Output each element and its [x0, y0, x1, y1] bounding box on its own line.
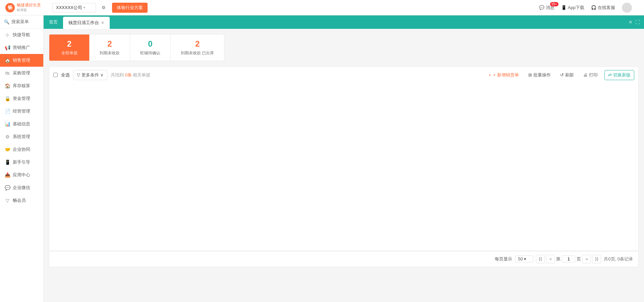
sidebar-item-label: 畅会员: [13, 197, 26, 203]
top-header: 畅 畅捷通好生意 标准版 XXXXXX公司 ▾ ⚙ 体验行业方案 💬 消息 99…: [0, 0, 644, 15]
stat-number-all: 2: [59, 39, 79, 49]
select-all-label: 全选: [61, 72, 70, 78]
refresh-icon: ↺: [560, 72, 564, 77]
filter-button[interactable]: ▽ 更多条件 ∨: [73, 70, 107, 80]
tab-close-window-icon[interactable]: ✕: [629, 19, 633, 25]
stat-card-shipped[interactable]: 2 到期未收款 已出库: [171, 35, 224, 61]
next-page-button[interactable]: ＞: [582, 255, 591, 263]
online-service-button[interactable]: 🎧 在线客服: [591, 5, 615, 11]
purchase-icon: 🛍: [5, 70, 10, 76]
toolbar: 全选 ▽ 更多条件 ∨ 共找到 0条 相关单据 ＋ + 新增销货单 ⊞ 批量操作: [49, 66, 639, 83]
sidebar-item-system[interactable]: ⚙ 系统管理: [0, 130, 43, 143]
enterprise-icon: 🤝: [5, 147, 10, 152]
tab-close-icon[interactable]: ✕: [101, 20, 104, 25]
page-input[interactable]: [562, 255, 575, 262]
switch-icon: ⇄: [608, 72, 612, 77]
member-icon: ▽: [5, 198, 10, 203]
tab-home[interactable]: 首页: [44, 15, 63, 29]
logo-name: 畅捷通好生意: [17, 3, 41, 8]
try-industry-button[interactable]: 体验行业方案: [112, 3, 148, 13]
message-badge: 99+: [550, 2, 558, 6]
logo-icon: 畅: [5, 3, 15, 12]
service-icon: 🎧: [591, 5, 596, 10]
logo-text-group: 畅捷通好生意 标准版: [17, 3, 41, 13]
sidebar-item-label: 应用中心: [13, 172, 30, 178]
sidebar-item-operation[interactable]: 📄 经营管理: [0, 105, 43, 118]
stat-card-overdue[interactable]: 2 到期未收款: [90, 35, 130, 61]
first-page-button[interactable]: ⟨⟨: [536, 255, 545, 263]
found-suffix: 相关单据: [133, 72, 150, 77]
logo-badge: 标准版: [17, 8, 41, 12]
sidebar-item-basic-info[interactable]: 📊 基础信息: [0, 118, 43, 130]
sidebar-item-label: 企业协同: [13, 146, 30, 153]
app-download-button[interactable]: 📱 App下载: [561, 5, 584, 11]
page-total: 共0页, 0条记录: [604, 256, 633, 262]
message-button[interactable]: 💬 消息 99+: [539, 5, 554, 11]
sidebar-item-label: 经营管理: [13, 108, 30, 114]
sidebar-item-label: 企业微信: [13, 185, 30, 191]
search-menu-label: 搜索菜单: [11, 19, 29, 25]
sidebar-item-finance[interactable]: 🔒 资金管理: [0, 92, 43, 105]
stat-label-shipped: 到期未收款 已出库: [181, 50, 214, 56]
toolbar-right: ＋ + 新增销货单 ⊞ 批量操作 ↺ 刷新 🖨 打印 ⇄ 切换新版: [485, 70, 634, 80]
sidebar-item-guide[interactable]: 📱 新手引导: [0, 156, 43, 169]
page-suffix: 页: [577, 256, 581, 262]
chevron-down-icon: ▾: [84, 6, 85, 9]
prev-page-button[interactable]: ＜: [546, 255, 555, 263]
switch-version-button[interactable]: ⇄ 切换新版: [604, 70, 634, 80]
select-all-checkbox[interactable]: [53, 73, 58, 77]
service-label: 在线客服: [598, 5, 615, 11]
stat-number-pending: 0: [140, 39, 160, 49]
stat-card-pending[interactable]: 0 旺辅待确认: [130, 35, 171, 61]
filter-icon: ▽: [77, 72, 80, 77]
stat-card-all[interactable]: 2 全部单据: [49, 35, 90, 61]
quick-nav-icon: ⊹: [5, 32, 10, 38]
refresh-button[interactable]: ↺ 刷新: [557, 70, 577, 80]
sidebar-item-app-center[interactable]: 📥 应用中心: [0, 169, 43, 181]
company-name: XXXXXX公司: [56, 5, 82, 11]
basic-info-icon: 📊: [5, 121, 10, 127]
batch-operation-button[interactable]: ⊞ 批量操作: [526, 70, 553, 80]
tab-bar-right: ✕ ⛶: [629, 19, 644, 25]
page-label: 第: [556, 256, 560, 262]
sidebar-item-quick-nav[interactable]: ⊹ 快捷导航: [0, 28, 43, 41]
print-button[interactable]: 🖨 打印: [581, 70, 600, 80]
print-icon: 🖨: [583, 72, 588, 77]
stat-label-all: 全部单据: [59, 50, 79, 56]
stat-label-overdue: 到期未收款: [100, 50, 120, 56]
batch-icon: ⊞: [528, 72, 532, 77]
per-page-select[interactable]: 50 ▾: [515, 255, 533, 262]
sidebar-item-label: 库存核算: [13, 83, 30, 89]
search-menu-button[interactable]: 🔍 搜索菜单: [0, 15, 43, 28]
found-text: 共找到 0条 相关单据: [111, 72, 150, 78]
message-icon: 💬: [539, 5, 544, 10]
app-icon: 📱: [561, 5, 567, 10]
app-center-icon: 📥: [5, 172, 10, 178]
tab-work-bench[interactable]: 钱货日清工作台 ✕: [63, 17, 110, 29]
sidebar-item-marketing[interactable]: 📢 营销推广: [0, 41, 43, 54]
system-icon: ⚙: [5, 134, 10, 139]
sidebar-item-inventory[interactable]: 🏠 库存核算: [0, 79, 43, 92]
sidebar-item-sales[interactable]: 🏠 销售管理: [0, 54, 43, 67]
filter-label: 更多条件: [82, 72, 99, 78]
sidebar-item-label: 快捷导航: [13, 32, 30, 38]
print-label: 打印: [589, 72, 598, 78]
sidebar-item-label: 采购管理: [13, 70, 30, 76]
found-count: 0条: [125, 72, 132, 77]
company-selector[interactable]: XXXXXX公司 ▾: [52, 3, 96, 12]
app-label: App下载: [568, 5, 584, 11]
tab-fullscreen-icon[interactable]: ⛶: [635, 19, 640, 25]
sidebar-item-member[interactable]: ▽ 畅会员: [0, 194, 43, 207]
avatar[interactable]: [622, 3, 632, 13]
per-page-chevron: ▾: [524, 256, 526, 261]
add-sale-order-button[interactable]: ＋ + 新增销货单: [485, 70, 522, 80]
sidebar-item-wechat[interactable]: 💬 企业微信: [0, 181, 43, 194]
per-page-value: 50: [518, 256, 523, 261]
settings-button[interactable]: ⚙: [99, 3, 109, 13]
table-area: [49, 83, 639, 251]
sidebar-item-purchase[interactable]: 🛍 采购管理: [0, 67, 43, 79]
last-page-button[interactable]: ⟩⟩: [592, 255, 601, 263]
sidebar-item-enterprise[interactable]: 🤝 企业协同: [0, 143, 43, 156]
tab-bar: 首页 钱货日清工作台 ✕ ✕ ⛶: [44, 15, 644, 29]
logo-area: 畅 畅捷通好生意 标准版: [5, 3, 49, 13]
